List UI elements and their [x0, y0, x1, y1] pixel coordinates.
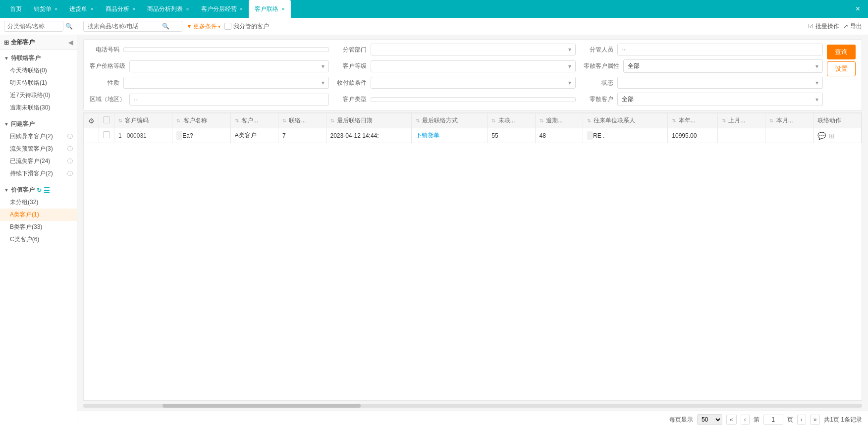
sidebar-all-customers-header[interactable]: ⊞ 全部客户 ◀ [0, 35, 77, 50]
sidebar-item-churn-warning[interactable]: 流失预警客户(3) ⓘ [0, 143, 77, 155]
query-button[interactable]: 查询 [827, 45, 856, 59]
filter-customer-level: 客户等级 ▾ [337, 60, 576, 72]
filter-customer-type-input[interactable] [371, 97, 576, 102]
info-icon-churned[interactable]: ⓘ [67, 158, 73, 165]
nav-product-list-close[interactable]: × [186, 6, 189, 12]
sidebar-section-problem-title[interactable]: ▼ 问题客户 [0, 118, 77, 130]
filter-retail-attr-select[interactable]: 全部 ▾ [623, 59, 823, 73]
sidebar-item-ungrouped[interactable]: 未分组(32) [0, 196, 77, 209]
row-chat-icon[interactable]: 💬 [817, 132, 826, 140]
my-customers-checkbox[interactable] [224, 23, 231, 30]
nav-home[interactable]: 首页 [4, 0, 28, 18]
select-all-checkbox[interactable] [103, 116, 110, 123]
sidebar-item-class-c[interactable]: C类客户(6) [0, 233, 77, 246]
window-close-button[interactable]: × [852, 4, 864, 13]
row-last-method-link[interactable]: 下销货单 [416, 132, 439, 139]
sidebar-item-week-pending[interactable]: 近7天待联络(0) [0, 89, 77, 102]
filter-customer-level-select[interactable]: ▾ [371, 60, 576, 72]
row-select-checkbox[interactable] [103, 131, 110, 138]
sidebar-item-today-pending[interactable]: 今天待联络(0) [0, 64, 77, 77]
nav-purchase-order[interactable]: 进货单 × [63, 0, 99, 18]
sidebar-section-problem: ▼ 问题客户 回购异常客户(2) ⓘ 流失预警客户(3) ⓘ 已流失客户(24)… [0, 116, 77, 182]
table-settings-icon[interactable]: ⚙ [88, 117, 95, 125]
col-last-date-label: 最后联络日期 [337, 117, 373, 124]
main-search-icon[interactable]: 🔍 [162, 23, 169, 30]
col-this-month: ⇅ 本月... [765, 113, 813, 128]
problem-arrow-icon: ▼ [4, 121, 9, 127]
sidebar-collapse-button[interactable]: ◀ [68, 39, 73, 46]
row-type: A类客户 [230, 128, 278, 143]
sidebar-item-tomorrow-pending[interactable]: 明天待联络(1) [0, 77, 77, 89]
horizontal-scrollbar[interactable] [83, 403, 862, 409]
info-icon-repurchase[interactable]: ⓘ [67, 133, 73, 140]
nav-purchase-close[interactable]: × [90, 6, 93, 12]
filter-status-select[interactable]: ▾ [617, 77, 823, 89]
filter-phone-input[interactable] [123, 47, 329, 52]
col-sort-month-icon: ⇅ [769, 118, 773, 123]
filter-price-level-select[interactable]: ▾ [129, 60, 329, 72]
col-name: ⇅ 客户名称 [172, 113, 230, 128]
sidebar-item-class-b[interactable]: B类客户(33) [0, 221, 77, 233]
filter-dept-select[interactable]: ▾ [371, 44, 576, 55]
last-page-button[interactable]: » [810, 415, 820, 425]
page-number-input[interactable] [763, 415, 783, 425]
main-search-input[interactable] [88, 23, 162, 30]
nav-customer-segment[interactable]: 客户分层经营 × [195, 0, 249, 18]
pending-arrow-icon: ▼ [4, 55, 9, 61]
more-filter-button[interactable]: ▼ 更多条件 ▾ [186, 22, 220, 31]
more-filter-label: 更多条件 [193, 22, 217, 31]
sidebar-section-value-title[interactable]: ▼ 价值客户 ↻ ☰ [0, 184, 77, 196]
sidebar-item-declining[interactable]: 持续下滑客户(2) ⓘ [0, 167, 77, 180]
sidebar-item-repurchase-abnormal[interactable]: 回购异常客户(2) ⓘ [0, 130, 77, 143]
top-nav: 首页 销货单 × 进货单 × 商品分析 × 商品分析列表 × 客户分层经营 × … [0, 0, 868, 18]
filter-person-select[interactable]: ··· [617, 44, 823, 55]
nav-sales-order[interactable]: 销货单 × [28, 0, 63, 18]
value-refresh-icon[interactable]: ↻ [37, 187, 42, 194]
info-icon-churn-warning[interactable]: ⓘ [67, 145, 73, 153]
value-settings-icon[interactable]: ☰ [44, 186, 50, 194]
nav-product-analysis-list[interactable]: 商品分析列表 × [141, 0, 195, 18]
nav-product-analysis[interactable]: 商品分析 × [100, 0, 141, 18]
filter-payment-label: 收付款条件 [337, 79, 367, 87]
info-icon-declining[interactable]: ⓘ [67, 170, 73, 177]
scrollbar-thumb[interactable] [163, 404, 361, 408]
next-page-button[interactable]: › [797, 415, 806, 425]
prev-page-button[interactable]: ‹ [741, 415, 750, 425]
ungrouped-label: 未分组(32) [10, 198, 38, 207]
per-page-select[interactable]: 50 100 200 [697, 414, 722, 425]
nav-sales-close[interactable]: × [54, 6, 57, 12]
nav-contact-close[interactable]: × [281, 6, 284, 12]
export-button[interactable]: ↗ 导出 [843, 22, 862, 31]
filter-retail-value: 全部 [622, 95, 634, 104]
sidebar-search-icon[interactable]: 🔍 [65, 23, 73, 30]
filter-region-select[interactable]: ··· [129, 94, 329, 106]
customer-level-arrow-icon: ▾ [568, 63, 571, 70]
sidebar-section-value: ▼ 价值客户 ↻ ☰ 未分组(32) A类客户(1) B类客户(33) C类客户… [0, 182, 77, 248]
col-type-label: 客户... [241, 117, 258, 124]
batch-op-button[interactable]: ☑ 批量操作 [808, 22, 839, 31]
nav-segment-close[interactable]: × [240, 6, 243, 12]
first-page-button[interactable]: « [726, 415, 737, 425]
sidebar-item-class-a[interactable]: A类客户(1) [0, 209, 77, 221]
row-qr-icon[interactable]: ⊞ [829, 132, 835, 140]
sidebar-search-input[interactable] [4, 21, 63, 32]
sidebar-item-overdue-pending[interactable]: 逾期未联络(30) [0, 102, 77, 114]
nav-customer-contact[interactable]: 客户联络 × [249, 0, 290, 18]
filter-phone: 电话号码 [90, 46, 329, 54]
filter-retail-select[interactable]: 全部 ▾ [617, 93, 823, 106]
filter-nature-select[interactable]: ▾ [123, 77, 329, 89]
col-last-method-label: 最后联络方式 [422, 117, 458, 124]
filter-panel: 电话号码 分管部门 ▾ 分管人员 ··· [83, 39, 862, 110]
filter-price-level-label: 客户价格等级 [90, 62, 125, 70]
row-person-value: RE . [593, 132, 604, 139]
filter-price-level: 客户价格等级 ▾ [90, 60, 329, 72]
filter-customer-level-label: 客户等级 [337, 62, 367, 70]
filter-payment-select[interactable]: ▾ [371, 77, 576, 89]
page-label: 第 [754, 416, 760, 424]
sidebar-section-pending-title[interactable]: ▼ 待联络客户 [0, 52, 77, 64]
toolbar: 🔍 ▼ 更多条件 ▾ 我分管的客户 ☑ 批量操作 ↗ 导出 [77, 18, 868, 35]
setting-button[interactable]: 设置 [827, 61, 856, 76]
content-area: 🔍 ▼ 更多条件 ▾ 我分管的客户 ☑ 批量操作 ↗ 导出 [77, 18, 868, 428]
nav-product-analysis-close[interactable]: × [132, 6, 135, 12]
sidebar-item-churned[interactable]: 已流失客户(24) ⓘ [0, 155, 77, 167]
